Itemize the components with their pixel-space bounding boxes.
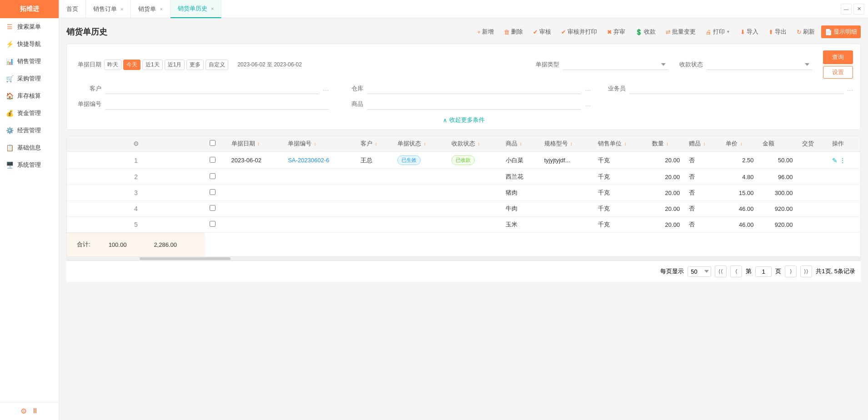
per-page-select[interactable]: 50 100 200 <box>687 266 711 277</box>
col-goods[interactable]: 商品 ↕ <box>501 136 540 152</box>
tab-sales-history[interactable]: 销货单历史 × <box>171 0 221 18</box>
import-button[interactable]: ⬇ 导入 <box>737 25 762 38</box>
agent-input[interactable] <box>629 83 843 94</box>
goods-picker-icon[interactable]: ... <box>585 100 591 108</box>
tab-sales-order[interactable]: 销售订单 × <box>86 0 131 18</box>
col-doc-status[interactable]: 单据状态 ↕ <box>393 136 447 152</box>
row-checkbox-cell[interactable] <box>205 185 227 201</box>
row-checkbox[interactable] <box>210 157 216 163</box>
collect-button[interactable]: 💲 收款 <box>632 25 659 38</box>
window-minimize-btn[interactable]: — <box>841 4 852 15</box>
sidebar-item-ops-mgmt[interactable]: ⚙️ 经营管理 <box>0 122 59 139</box>
customer-input[interactable] <box>105 83 319 94</box>
payment-status-select[interactable] <box>707 59 812 70</box>
prev-page-btn[interactable]: ⟨ <box>730 265 742 277</box>
date-last7-btn[interactable]: 近1天 <box>142 60 163 70</box>
sidebar-item-quick-nav[interactable]: ⚡ 快捷导航 <box>0 35 59 53</box>
sidebar-collapse-icon[interactable]: ⏸ <box>31 407 39 415</box>
tab-sales-invoice-close[interactable]: × <box>160 6 162 12</box>
more-action-icon[interactable]: ⋮ <box>839 157 846 164</box>
col-unit-price[interactable]: 单价 ↕ <box>721 136 758 152</box>
sidebar-item-basic-info[interactable]: 📋 基础信息 <box>0 139 59 156</box>
delete-button[interactable]: 🗑 删除 <box>500 25 527 38</box>
date-more-btn[interactable]: 更多 <box>186 60 204 70</box>
tab-sales-invoice[interactable]: 销货单 × <box>131 0 170 18</box>
col-settings[interactable]: ⚙ <box>67 136 205 152</box>
collapse-button[interactable]: ∧ 收起更多条件 <box>74 114 853 126</box>
next-page-btn[interactable]: ⟩ <box>785 265 797 277</box>
sidebar-item-sys-mgmt[interactable]: 🖥️ 系统管理 <box>0 156 59 174</box>
export-button[interactable]: ⬆ 导出 <box>765 25 790 38</box>
tab-home[interactable]: 首页 <box>59 0 86 18</box>
row-checkbox-cell[interactable] <box>205 217 227 233</box>
audit-print-button[interactable]: ✔ 审核并打印 <box>557 25 601 38</box>
doc-type-select[interactable] <box>563 59 668 70</box>
horizontal-scrollbar[interactable] <box>67 256 860 260</box>
tab-sales-order-close[interactable]: × <box>120 6 123 12</box>
row-checkbox-cell[interactable] <box>205 152 227 169</box>
sidebar-item-purchase-mgmt[interactable]: 🛒 采购管理 <box>0 70 59 87</box>
sidebar-item-sales-mgmt[interactable]: 📊 销售管理 <box>0 53 59 70</box>
sidebar-item-search-menu[interactable]: ☰ 搜索菜单 <box>0 18 59 35</box>
col-checkbox-header[interactable] <box>205 136 227 152</box>
col-spec[interactable]: 规格型号 ↕ <box>540 136 594 152</box>
search-row-3: 单据编号 商品 ... <box>74 99 853 110</box>
row-doc-no[interactable] <box>283 217 356 233</box>
date-custom-btn[interactable]: 自定义 <box>206 60 228 70</box>
row-checkbox-cell[interactable] <box>205 169 227 185</box>
discard-label: 弃审 <box>613 28 625 36</box>
col-sales-unit[interactable]: 销售单位 ↕ <box>593 136 647 152</box>
sidebar-settings-icon[interactable]: ⚙ <box>20 407 27 415</box>
query-button[interactable]: 查询 <box>823 50 853 64</box>
row-checkbox[interactable] <box>210 173 216 179</box>
refresh-button[interactable]: ↻ 刷新 <box>793 25 818 38</box>
window-close-btn[interactable]: ✕ <box>853 4 864 15</box>
settings-button[interactable]: 设置 <box>823 66 853 79</box>
row-doc-status <box>393 217 447 233</box>
row-checkbox[interactable] <box>210 189 216 195</box>
sidebar-item-inventory[interactable]: 🏠 库存核算 <box>0 87 59 105</box>
print-button[interactable]: 🖨 打印 ▼ <box>702 25 734 38</box>
audit-button[interactable]: ✔ 审核 <box>529 25 555 38</box>
col-doc-date[interactable]: 单据日期 ↕ <box>227 136 284 152</box>
sidebar-item-finance-mgmt[interactable]: 💰 资金管理 <box>0 105 59 122</box>
select-all-checkbox[interactable] <box>210 140 216 146</box>
col-quantity[interactable]: 数量 ↕ <box>647 136 684 152</box>
show-detail-icon: 📄 <box>825 29 832 35</box>
row-doc-no[interactable] <box>283 185 356 201</box>
doc-no-input[interactable] <box>105 99 329 110</box>
edit-icon[interactable]: ✎ <box>832 157 838 164</box>
customer-picker-icon[interactable]: ... <box>323 85 329 93</box>
col-customer[interactable]: 客户 ↕ <box>356 136 393 152</box>
collect-icon: 💲 <box>635 29 642 35</box>
purchase-mgmt-icon: 🛒 <box>5 75 14 83</box>
row-checkbox[interactable] <box>210 205 216 211</box>
agent-picker-icon[interactable]: ... <box>847 85 853 93</box>
date-today-btn[interactable]: 今天 <box>123 60 140 70</box>
date-yesterday-btn[interactable]: 昨天 <box>104 60 121 70</box>
scrollbar-thumb[interactable] <box>140 257 231 260</box>
date-last1month-btn[interactable]: 近1月 <box>165 60 185 70</box>
row-doc-no[interactable] <box>283 201 356 217</box>
col-gift[interactable]: 赠品 ↕ <box>684 136 721 152</box>
row-checkbox-cell[interactable] <box>205 201 227 217</box>
row-doc-no[interactable]: SA-20230602-6 <box>283 152 356 169</box>
row-doc-no[interactable] <box>283 169 356 185</box>
new-button[interactable]: + 新增 <box>473 25 497 38</box>
tab-sales-history-close[interactable]: × <box>211 6 214 11</box>
discard-button[interactable]: ✖ 弃审 <box>603 25 629 38</box>
col-doc-no[interactable]: 单据编号 ↕ <box>283 136 356 152</box>
first-page-btn[interactable]: ⟨⟨ <box>715 265 727 277</box>
col-payment-status[interactable]: 收款状态 ↕ <box>447 136 501 152</box>
warehouse-input[interactable] <box>367 83 581 94</box>
col-quantity-label: 数量 <box>652 140 664 147</box>
sys-mgmt-icon: 🖥️ <box>5 161 14 169</box>
batch-change-button[interactable]: ⇄ 批量变更 <box>662 25 699 38</box>
page-number-input[interactable] <box>755 266 772 277</box>
goods-input[interactable] <box>367 99 581 110</box>
row-checkbox[interactable] <box>210 221 216 227</box>
show-detail-button[interactable]: 📄 显示明细 <box>821 25 861 38</box>
warehouse-picker-icon[interactable]: ... <box>585 85 591 93</box>
show-detail-label: 显示明细 <box>833 28 857 36</box>
last-page-btn[interactable]: ⟩⟩ <box>800 265 812 277</box>
